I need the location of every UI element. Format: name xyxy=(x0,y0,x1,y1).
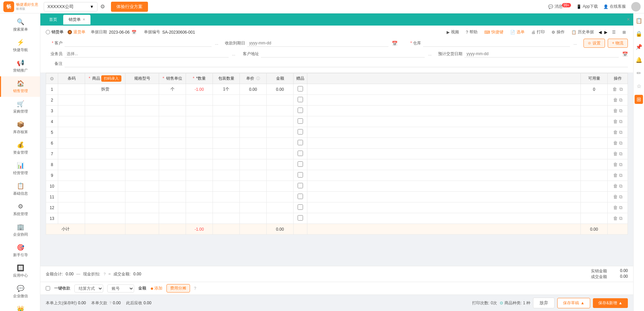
one-click-payment-checkbox[interactable] xyxy=(46,286,50,290)
right-icon-star[interactable]: ☆ xyxy=(635,82,643,91)
gift-checkbox-13[interactable] xyxy=(298,215,303,221)
tab-sale-order[interactable]: 销货单 × xyxy=(63,15,90,25)
copy-icon-4[interactable]: ⧉ xyxy=(619,119,622,124)
delivery-date-calendar-icon[interactable]: 📅 xyxy=(622,51,628,57)
delete-icon-10[interactable]: 🗑 xyxy=(613,183,618,189)
expense-split-button[interactable]: 费用分摊 xyxy=(166,284,190,293)
online-service-button[interactable]: 👤 在线客服 xyxy=(603,4,626,9)
shortcut-button[interactable]: ⌨ 快捷键 xyxy=(482,28,505,36)
help-button[interactable]: ? 帮助 xyxy=(464,28,480,36)
history-button[interactable]: 📋 历史单据 xyxy=(569,28,596,36)
doc-num-value[interactable]: SA-20230606-001 xyxy=(162,30,195,35)
cumulative-info-icon[interactable]: ? xyxy=(109,301,111,305)
date-value[interactable]: 2023-06-06 xyxy=(109,30,129,35)
sidebar-item-basic-info[interactable]: 📋 基础信息 xyxy=(0,179,40,199)
gift-checkbox-9[interactable] xyxy=(298,172,303,178)
right-icon-lock[interactable]: 🔒 xyxy=(634,29,644,38)
app-download-button[interactable]: 📱 App下载 xyxy=(576,4,598,9)
gift-checkbox-6[interactable] xyxy=(298,140,303,145)
customer-input[interactable] xyxy=(65,40,212,47)
row-pkgqty-1[interactable]: 1个 xyxy=(213,84,240,95)
sidebar-item-marketing[interactable]: 📢 营销推广 xyxy=(0,56,40,76)
gift-checkbox-10[interactable] xyxy=(298,183,303,188)
sidebar-item-member[interactable]: 👑 畅会员 xyxy=(0,302,40,311)
th-gear[interactable]: ⚙ xyxy=(46,73,58,84)
warehouse-input[interactable]: 建材仓 xyxy=(423,40,570,47)
operation-button[interactable]: ⚙ 操作 xyxy=(550,28,567,36)
right-icon-pencil[interactable]: ✏ xyxy=(635,69,642,78)
copy-icon-12[interactable]: ⧉ xyxy=(619,205,622,210)
gift-checkbox-8[interactable] xyxy=(298,161,303,167)
row-price-1[interactable]: 0.00 xyxy=(240,84,267,95)
gift-checkbox-2[interactable] xyxy=(298,97,303,102)
salesperson-dots[interactable]: ... xyxy=(232,52,235,56)
notes-input[interactable] xyxy=(65,60,628,67)
account-select[interactable]: 账号 xyxy=(107,284,134,293)
customer-addr-input[interactable] xyxy=(261,50,425,57)
copy-icon-7[interactable]: ⧉ xyxy=(619,151,622,156)
sidebar-item-sales[interactable]: 🏠 销售管理 xyxy=(0,76,40,97)
copy-icon-11[interactable]: ⧉ xyxy=(619,194,622,199)
set-button[interactable]: ⊙ 设置 xyxy=(583,39,605,48)
tab-close-icon[interactable]: × xyxy=(83,17,85,22)
delete-icon-1[interactable]: 🗑 xyxy=(612,86,617,92)
copy-icon-8[interactable]: ⧉ xyxy=(619,162,622,167)
sidebar-item-wechat[interactable]: 💬 企业微信 xyxy=(0,281,40,302)
delete-icon-9[interactable]: 🗑 xyxy=(613,172,618,178)
calc-method-select[interactable]: 结算方式 xyxy=(74,284,103,293)
delete-icon-5[interactable]: 🗑 xyxy=(613,129,618,135)
price-info-icon[interactable]: ⓘ xyxy=(256,76,260,80)
grid-view-button[interactable]: ⊞ xyxy=(620,29,628,36)
save-draft-button[interactable]: 保存草稿 ▲ xyxy=(557,298,590,308)
row-barcode-1[interactable] xyxy=(58,84,85,95)
sidebar-item-inventory[interactable]: 📦 库存核算 xyxy=(0,117,40,138)
sidebar-item-search[interactable]: 🔍 搜索菜单 xyxy=(0,15,40,35)
delivery-date-input[interactable] xyxy=(464,50,619,57)
settings-gear-button[interactable]: ⚙ xyxy=(100,3,105,10)
row-product-1[interactable]: 拆货 xyxy=(85,84,125,95)
salesperson-input[interactable] xyxy=(65,50,229,57)
copy-icon-9[interactable]: ⧉ xyxy=(619,172,622,178)
sidebar-item-apps[interactable]: 🔲 应用中心 xyxy=(0,261,40,281)
delete-icon-7[interactable]: 🗑 xyxy=(613,151,618,156)
due-date-calendar-icon[interactable]: 📅 xyxy=(392,41,397,46)
gift-checkbox-1[interactable] xyxy=(298,86,303,91)
customer-dots[interactable]: ... xyxy=(215,41,218,46)
gift-checkbox-5[interactable] xyxy=(298,129,303,134)
sidebar-item-enterprise[interactable]: 🏢 企业协同 xyxy=(0,220,40,240)
scan-button[interactable]: 扫码录入 xyxy=(101,75,121,82)
sidebar-item-purchase[interactable]: 🛒 采购管理 xyxy=(0,97,40,117)
copy-icon-6[interactable]: ⧉ xyxy=(619,140,622,146)
row-amount-1[interactable]: 0.00 xyxy=(267,84,294,95)
copy-icon-10[interactable]: ⧉ xyxy=(619,183,622,189)
print-button[interactable]: 🖨 打印 xyxy=(529,28,547,36)
abandon-button[interactable]: 放弃 xyxy=(533,298,555,308)
copy-icon-1[interactable]: ⧉ xyxy=(619,86,623,92)
video-button[interactable]: ▶ 视频 xyxy=(445,28,461,36)
right-icon-bell[interactable]: 🔔 xyxy=(634,55,644,65)
copy-icon-3[interactable]: ⧉ xyxy=(619,108,622,113)
tab-home[interactable]: 首页 xyxy=(44,15,63,25)
list-view-button[interactable]: ☰ xyxy=(610,29,618,36)
select-button[interactable]: 📄 选单 xyxy=(508,28,527,36)
delete-icon-6[interactable]: 🗑 xyxy=(613,140,618,146)
expense-help-icon[interactable]: ? xyxy=(194,286,196,291)
radio-return-input[interactable] xyxy=(68,30,72,34)
sidebar-item-finance[interactable]: 💰 资金管理 xyxy=(0,138,40,158)
radio-return-order[interactable]: 退货单 xyxy=(68,29,85,35)
trial-button[interactable]: 体验行业方案 xyxy=(111,2,148,12)
gift-checkbox-7[interactable] xyxy=(298,151,303,156)
tab-bar-close-button[interactable]: × xyxy=(627,16,630,23)
sidebar-item-operations[interactable]: 📊 经营管理 xyxy=(0,158,40,179)
right-icon-orange[interactable]: ⊞ xyxy=(635,95,643,104)
gift-checkbox-11[interactable] xyxy=(298,194,303,199)
copy-icon-2[interactable]: ⧉ xyxy=(619,97,622,103)
sidebar-item-quicknav[interactable]: ⚡ 快捷导航 xyxy=(0,35,40,56)
row-gift-1[interactable] xyxy=(294,84,307,95)
user-avatar[interactable] xyxy=(631,2,641,11)
row-unit-1[interactable]: 个 xyxy=(159,84,186,95)
company-selector[interactable]: XXXXXX公司 ▼ xyxy=(44,2,98,11)
gift-checkbox-3[interactable] xyxy=(298,108,303,113)
radio-sale-input[interactable] xyxy=(46,30,50,34)
sidebar-item-guide[interactable]: 🎯 新手引导 xyxy=(0,240,40,261)
